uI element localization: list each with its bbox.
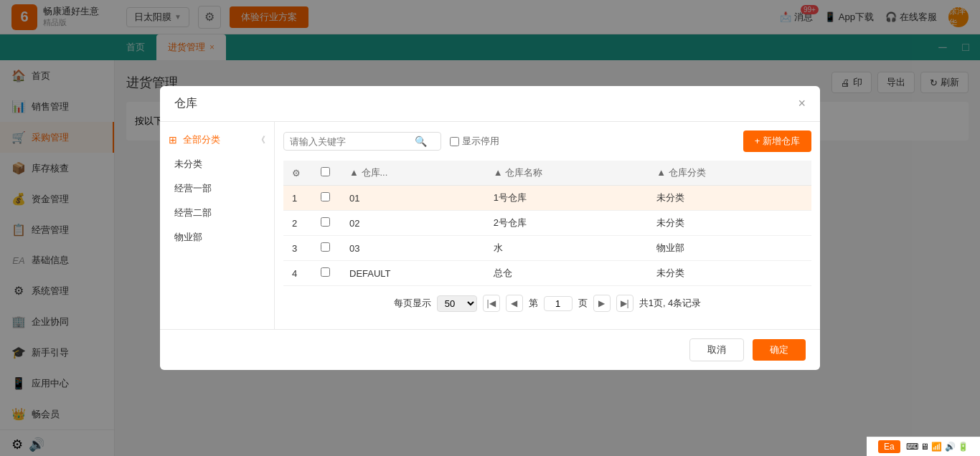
table-row[interactable]: 4 DEFAULT 总仓 未分类 [283,261,811,286]
modal-header: 仓库 × [160,86,820,122]
table-header-row: ⚙ ▲ 仓库... ▲ [283,161,811,186]
search-icon[interactable]: 🔍 [415,136,427,147]
row-category: 物业部 [648,236,811,261]
table-wrapper: ⚙ ▲ 仓库... ▲ [283,161,811,286]
sort-code-icon: ▲ [349,167,359,178]
row-num: 4 [283,261,312,286]
row-code: 02 [341,211,485,236]
row-code: 03 [341,236,485,261]
row-check [312,186,341,211]
taskbar-ea-label: Ea [878,440,900,453]
row-name: 总仓 [485,261,649,286]
row-checkbox[interactable] [321,242,330,252]
category-unclassified[interactable]: 未分类 [160,152,274,176]
taskbar-icons: ⌨ 🖥 📶 🔊 🔋 [906,442,969,452]
page-number-input[interactable] [544,296,573,311]
table-row[interactable]: 1 01 1号仓库 未分类 [283,186,811,211]
category-property[interactable]: 物业部 [160,225,274,250]
row-check [312,261,341,286]
row-name: 1号仓库 [485,186,649,211]
row-category: 未分类 [648,261,811,286]
table-header-gear: ⚙ [283,161,312,186]
sort-category-icon: ▲ [656,167,666,178]
modal-toolbar: 🔍 显示停用 + 新增仓库 [283,130,811,152]
search-input[interactable] [290,136,412,147]
table-row[interactable]: 3 03 水 物业部 [283,236,811,261]
row-num: 1 [283,186,312,211]
row-check [312,211,341,236]
modal-table-area: 🔍 显示停用 + 新增仓库 ⚙ [275,122,820,329]
row-name: 2号仓库 [485,211,649,236]
modal-body: ⊞ 全部分类 《 未分类 经营一部 经营二部 物业部 [160,122,820,329]
add-warehouse-button[interactable]: + 新增仓库 [743,130,811,152]
row-category: 未分类 [648,211,811,236]
confirm-button[interactable]: 确定 [753,339,806,361]
grid-icon: ⊞ [169,134,177,146]
taskbar: Ea ⌨ 🖥 📶 🔊 🔋 [867,437,980,456]
row-category: 未分类 [648,186,811,211]
table-row[interactable]: 2 02 2号仓库 未分类 [283,211,811,236]
modal-title: 仓库 [174,96,197,111]
row-name: 水 [485,236,649,261]
prev-page-button[interactable]: ◀ [506,295,523,312]
table-header-category: ▲ 仓库分类 [648,161,811,186]
row-checkbox[interactable] [321,267,330,277]
pagination: 每页显示 50 100 200 |◀ ◀ 第 页 ▶ ▶| 共1页, 4条记录 [283,286,811,320]
cancel-button[interactable]: 取消 [689,338,744,361]
category-operations-2[interactable]: 经营二部 [160,201,274,225]
next-page-button[interactable]: ▶ [593,295,611,312]
collapse-sidebar-button[interactable]: 《 [257,134,265,146]
modal-close-button[interactable]: × [798,96,806,111]
warehouse-table: ⚙ ▲ 仓库... ▲ [283,161,811,286]
sort-name-icon: ▲ [494,167,503,178]
row-num: 3 [283,236,312,261]
table-header-check [312,161,341,186]
first-page-button[interactable]: |◀ [483,295,500,312]
warehouse-modal: 仓库 × ⊞ 全部分类 《 未分类 经营一部 [160,86,820,370]
gear-header-icon: ⚙ [292,168,301,179]
row-num: 2 [283,211,312,236]
show-disabled-checkbox[interactable] [450,137,459,146]
category-operations-1[interactable]: 经营一部 [160,176,274,201]
show-disabled-label: 显示停用 [450,135,499,148]
row-code: DEFAULT [341,261,485,286]
select-all-checkbox[interactable] [321,167,330,176]
search-wrapper: 🔍 [283,132,441,151]
row-checkbox[interactable] [321,217,330,227]
table-header-name: ▲ 仓库名称 [485,161,649,186]
table-header-code: ▲ 仓库... [341,161,485,186]
modal-footer: 取消 确定 [160,329,820,370]
modal-category-sidebar: ⊞ 全部分类 《 未分类 经营一部 经营二部 物业部 [160,122,275,329]
modal-overlay: 仓库 × ⊞ 全部分类 《 未分类 经营一部 [0,0,980,456]
last-page-button[interactable]: ▶| [616,295,633,312]
per-page-select[interactable]: 50 100 200 [437,295,477,312]
row-code: 01 [341,186,485,211]
row-check [312,236,341,261]
modal-sidebar-header: ⊞ 全部分类 《 [160,128,274,152]
row-checkbox[interactable] [321,192,330,201]
